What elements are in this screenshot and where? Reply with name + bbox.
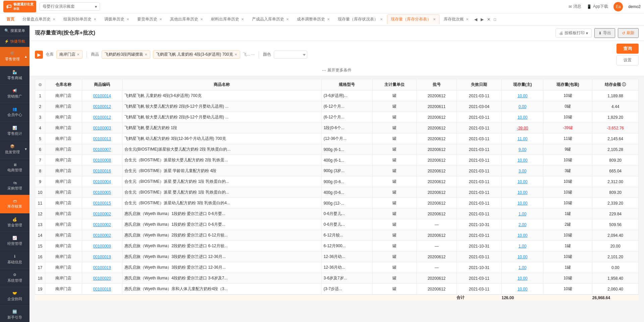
sidebar-item-purchase[interactable]: 🛍 采购管理: [0, 177, 30, 195]
td-code[interactable]: 00100020: [82, 273, 122, 284]
td-code[interactable]: 00100007: [82, 144, 122, 155]
td-qty-main[interactable]: 10.00: [502, 252, 543, 262]
tab-cost-adj[interactable]: 成本调整单历史 ✕: [293, 14, 333, 24]
td-qty-main[interactable]: 1.00: [502, 262, 543, 273]
td-qty-main[interactable]: 10.00: [502, 112, 543, 123]
product-tag-2-close[interactable]: ✕: [234, 53, 237, 56]
td-code[interactable]: 00100008: [82, 155, 122, 166]
product-tag-1-close[interactable]: ✕: [145, 53, 147, 56]
sidebar-item-inventory[interactable]: 🗃 库存核算: [0, 195, 30, 213]
tab-zu-zhuang[interactable]: 组装拆卸单历史 ✕: [60, 14, 100, 24]
tab-other-out[interactable]: 其他出库单历史 ✕: [166, 14, 207, 24]
td-code[interactable]: 00100012: [82, 112, 122, 123]
column-settings-icon[interactable]: ⚙: [38, 83, 42, 87]
color-filter-select[interactable]: [274, 51, 307, 59]
app-download-btn[interactable]: 📱 App下载: [587, 4, 608, 9]
sidebar-item-ecommerce[interactable]: 🖥 电商管理: [0, 159, 30, 177]
td-qty-main[interactable]: 0.00: [502, 101, 543, 112]
tab-close-yao-huo[interactable]: ✕: [159, 17, 162, 21]
tab-close-chan-pin-in[interactable]: ✕: [286, 17, 289, 21]
refresh-button[interactable]: ↺ 刷新: [618, 28, 639, 38]
td-code[interactable]: 00100013: [82, 133, 122, 144]
sidebar-item-retail-stats[interactable]: 📊 零售统计: [0, 122, 30, 140]
td-code[interactable]: 00100019: [82, 262, 122, 273]
td-code[interactable]: 00100018: [82, 284, 122, 295]
td-code[interactable]: 00100005: [82, 187, 122, 198]
sidebar-item-retail-mgmt[interactable]: 🛒 零售管理 ▲: [0, 47, 30, 66]
td-code[interactable]: 00100015: [82, 198, 122, 209]
warehouse-tag[interactable]: 南岸门店 ✕: [56, 50, 83, 59]
td-qty-main[interactable]: 9.00: [502, 144, 543, 155]
td-code[interactable]: 00100003: [82, 123, 122, 133]
tab-cai-liao[interactable]: 材料出库单历史 ✕: [207, 14, 248, 24]
td-code[interactable]: 00100002: [82, 219, 122, 230]
td-code[interactable]: 00100012: [82, 101, 122, 112]
user-avatar[interactable]: Ea: [613, 2, 623, 11]
search-menu[interactable]: 🔍 搜索菜单: [0, 25, 30, 36]
td-qty-main[interactable]: 10.00: [502, 176, 543, 187]
export-button[interactable]: ⬇ 导出: [594, 28, 615, 38]
td-qty-main[interactable]: 10.00: [502, 91, 543, 101]
filter-expand-btn[interactable]: ▶: [35, 51, 43, 59]
tab-qty-dist[interactable]: 现存量（库存分布表） ✕: [387, 14, 439, 24]
quick-nav[interactable]: ⚡ 快捷导航: [0, 36, 30, 47]
account-selector[interactable]: 母婴行业演示账套 ▾: [40, 2, 100, 11]
td-code[interactable]: 00100002: [82, 230, 122, 241]
message-btn[interactable]: ✉ 消息: [569, 4, 581, 9]
sidebar-item-marketing[interactable]: 📢 营销推广: [0, 85, 30, 103]
sidebar-item-new-guide[interactable]: 🆕 新手引导: [0, 306, 30, 322]
sidebar-item-operations[interactable]: 📈 经营管理: [0, 232, 30, 250]
tab-nav-right[interactable]: ▶: [479, 16, 485, 22]
td-qty-main[interactable]: 2.00: [502, 219, 543, 230]
tab-close-batch-ledger[interactable]: ✕: [466, 17, 469, 21]
tab-close-fen-pan[interactable]: ✕: [53, 17, 55, 21]
td-qty-main[interactable]: 10.00: [502, 273, 543, 284]
sidebar-item-basic-info[interactable]: ℹ 基础信息: [0, 250, 30, 269]
sidebar-item-finance[interactable]: 💰 资金管理: [0, 213, 30, 232]
tab-nav-expand[interactable]: □: [492, 16, 497, 22]
sidebar-item-retail-store[interactable]: 🏪 零售商城: [0, 66, 30, 85]
warehouse-tag-close[interactable]: ✕: [77, 53, 79, 56]
td-code[interactable]: 00100009: [82, 241, 122, 252]
sidebar-item-collab[interactable]: 🤝 企业协同: [0, 287, 30, 306]
print-button[interactable]: 🖨 按模板打印 ▾: [555, 29, 592, 38]
query-button[interactable]: 查询: [616, 44, 639, 54]
tab-close-cai-liao[interactable]: ✕: [241, 17, 244, 21]
td-qty-main[interactable]: 1.00: [502, 209, 543, 219]
td-qty-main[interactable]: 10.00: [502, 230, 543, 241]
product-tag-2[interactable]: 飞鹤星飞帆 儿童奶粉 4段(3-6岁适用) 700克 ✕: [153, 50, 240, 59]
tab-close-other-out[interactable]: ✕: [200, 17, 203, 21]
sidebar-item-wholesale[interactable]: 📦 批发管理 ▼: [0, 140, 30, 159]
td-code[interactable]: 00100014: [82, 91, 122, 101]
td-code[interactable]: 00100004: [82, 176, 122, 187]
td-qty-main[interactable]: -39.00: [502, 123, 543, 133]
tab-close-qty-dist[interactable]: ✕: [433, 17, 436, 21]
td-code[interactable]: 00100016: [82, 166, 122, 176]
tab-close-qty-status[interactable]: ✕: [380, 17, 383, 21]
td-qty-main[interactable]: 10.00: [502, 198, 543, 209]
sidebar-item-sys-mgmt[interactable]: ⚙ 系统管理: [0, 269, 30, 287]
tab-fen-pan[interactable]: 分量盘点单历史 ✕: [19, 14, 59, 24]
tab-batch-ledger[interactable]: 库存批次账 ✕: [440, 14, 472, 24]
tab-close-tiao-bo[interactable]: ✕: [126, 17, 129, 21]
tab-yao-huo[interactable]: 要货单历史 ✕: [133, 14, 166, 24]
td-qty-main[interactable]: 10.00: [502, 155, 543, 166]
td-code[interactable]: 00100019: [82, 252, 122, 262]
tab-home[interactable]: 首页: [3, 14, 18, 24]
td-qty-main[interactable]: 3.00: [502, 166, 543, 176]
td-qty-main[interactable]: 11.00: [502, 133, 543, 144]
td-qty-main[interactable]: 10.00: [502, 187, 543, 198]
tab-nav-left[interactable]: ◀: [473, 16, 479, 22]
td-code[interactable]: 00100002: [82, 209, 122, 219]
td-qty-main[interactable]: 10.00: [502, 284, 543, 295]
tab-qty-status[interactable]: 现存量（库存状况表） ✕: [334, 14, 386, 24]
tab-chan-pin-in[interactable]: 产成品入库单历史 ✕: [248, 14, 292, 24]
expand-more-btn[interactable]: ⋯ 展开更多条件: [35, 67, 639, 73]
sidebar-item-member[interactable]: 👥 会员中心: [0, 103, 30, 121]
product-tag-1[interactable]: 飞鹤奶粉3段丙罐摆装 ✕: [102, 50, 150, 59]
tab-tiao-bo[interactable]: 调拨单历史 ✕: [101, 14, 133, 24]
settings-button[interactable]: 设置: [616, 55, 639, 65]
tab-close-cost-adj[interactable]: ✕: [327, 17, 330, 21]
tab-nav-close[interactable]: ✕: [486, 16, 492, 22]
td-qty-main[interactable]: 1.00: [502, 241, 543, 252]
